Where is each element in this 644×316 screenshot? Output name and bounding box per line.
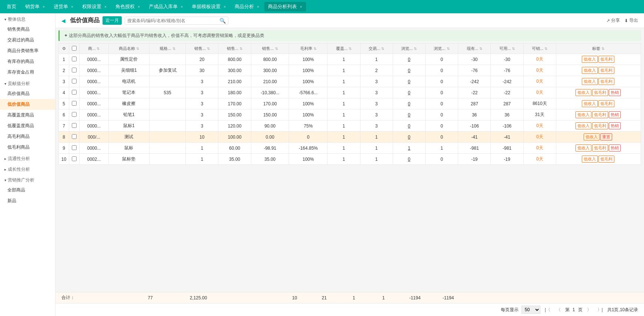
row-checkbox[interactable] xyxy=(69,76,80,87)
close-role-auth[interactable]: × xyxy=(138,4,140,9)
col-browse1-header[interactable]: 浏览... ⇅ xyxy=(393,44,425,54)
row-checkbox[interactable] xyxy=(69,98,80,109)
sidebar-item-new-products[interactable]: 新品 xyxy=(0,196,55,206)
col-gross-header[interactable]: 毛利率 ⇅ xyxy=(289,44,328,54)
prev-page-btn[interactable]: 〈 xyxy=(555,306,562,314)
close-product-analysis[interactable]: × xyxy=(257,4,259,9)
export-button[interactable]: ⬇ 导出 xyxy=(624,17,638,24)
sidebar-item-stock-capital[interactable]: 库存资金占用 xyxy=(0,67,55,78)
row-browse1[interactable]: 0 xyxy=(393,154,425,165)
row-checkbox[interactable] xyxy=(69,109,80,120)
sidebar-item-stock-products[interactable]: 有库存的商品 xyxy=(0,56,55,67)
nav-product-analysis-list[interactable]: 商品分析列表 × xyxy=(264,2,306,11)
nav-product-warehouse[interactable]: 产成品入库单 × xyxy=(145,2,187,11)
col-days-header[interactable]: 可销... ⇅ xyxy=(523,44,556,54)
row-check[interactable] xyxy=(72,57,77,61)
col-name-header[interactable]: 商品名称 ⇅ xyxy=(108,44,149,54)
sidebar-item-category-rate[interactable]: 商品分类销售率 xyxy=(0,45,55,56)
sidebar-group-marketing[interactable]: ▾ 营销推广分析 xyxy=(0,174,55,185)
row-browse1[interactable]: 1 xyxy=(393,143,425,154)
close-product-warehouse[interactable]: × xyxy=(181,4,183,9)
nav-sales-order[interactable]: 销货单 × xyxy=(21,2,48,11)
row-browse1[interactable]: 0 xyxy=(393,132,425,143)
nav-product-analysis[interactable]: 商品分析 × xyxy=(231,2,263,11)
row-browse1[interactable]: 0 xyxy=(393,109,425,120)
per-page-select[interactable]: 50 100 200 xyxy=(521,306,540,314)
last-page-btn[interactable]: 〉| xyxy=(596,306,604,314)
search-icon[interactable]: 🔍 xyxy=(219,18,226,24)
row-checkbox[interactable] xyxy=(69,54,80,65)
row-check[interactable] xyxy=(72,90,77,95)
select-all-checkbox[interactable] xyxy=(72,46,77,51)
row-checkbox[interactable] xyxy=(69,143,80,154)
row-check[interactable] xyxy=(72,68,77,72)
close-purchase-order[interactable]: × xyxy=(71,4,73,9)
first-page-btn[interactable]: |〈 xyxy=(543,306,552,314)
sidebar-collapse-btn[interactable]: ◀ xyxy=(61,18,66,24)
close-sales-order[interactable]: × xyxy=(43,4,45,9)
col-trade-header[interactable]: 交易... ⇅ xyxy=(360,44,393,54)
nav-role-auth[interactable]: 角色授权 × xyxy=(112,2,144,11)
browse1-link[interactable]: 0 xyxy=(408,157,410,162)
browse1-link[interactable]: 0 xyxy=(408,135,410,140)
row-check[interactable] xyxy=(72,79,77,84)
col-tags-header[interactable]: 标签 ⇅ xyxy=(556,44,641,54)
sidebar-group-contribution[interactable]: ▾ 贡献值分析 xyxy=(0,78,55,88)
row-browse1[interactable]: 0 xyxy=(393,120,425,132)
sidebar-item-low-coverage[interactable]: 低覆盖度商品 xyxy=(0,120,55,131)
browse1-link[interactable]: 0 xyxy=(408,90,410,95)
close-permission[interactable]: × xyxy=(104,4,107,9)
row-check[interactable] xyxy=(72,112,77,117)
col-settings[interactable]: ⚙ xyxy=(59,44,69,54)
sidebar-group-circulation[interactable]: ▸ 流通性分析 xyxy=(0,153,55,163)
browse1-link[interactable]: 0 xyxy=(408,123,410,129)
nav-home[interactable]: 首页 xyxy=(3,2,20,11)
sidebar-item-traded-products[interactable]: 交易过的商品 xyxy=(0,35,55,45)
close-product-analysis-list[interactable]: × xyxy=(300,4,302,9)
sidebar-item-high-coverage[interactable]: 高覆盖度商品 xyxy=(0,110,55,120)
nav-purchase-order[interactable]: 进货单 × xyxy=(50,2,77,11)
sidebar-item-high-gross[interactable]: 高毛利商品 xyxy=(0,131,55,142)
next-page-btn[interactable]: 〉 xyxy=(586,306,593,314)
row-browse1[interactable]: 0 xyxy=(393,87,425,98)
col-sale1-header[interactable]: 销售... ⇅ xyxy=(186,44,218,54)
col-avail-header[interactable]: 可用... ⇅ xyxy=(491,44,523,54)
browse1-link[interactable]: 0 xyxy=(408,57,410,62)
browse1-link[interactable]: 0 xyxy=(408,101,410,106)
col-stock-header[interactable]: 现有... ⇅ xyxy=(458,44,491,54)
period-button[interactable]: 近一月 xyxy=(103,16,122,25)
row-check[interactable] xyxy=(72,123,77,128)
share-button[interactable]: ↗ 分享 xyxy=(606,17,620,24)
nav-template-settings[interactable]: 单据模板设置 × xyxy=(188,2,229,11)
sidebar-item-low-value[interactable]: 低价值商品 xyxy=(0,99,55,110)
col-spec-header[interactable]: 规格... ⇅ xyxy=(150,44,186,54)
row-check[interactable] xyxy=(72,156,77,161)
browse1-link[interactable]: 0 xyxy=(408,79,410,84)
search-input[interactable] xyxy=(127,18,219,23)
row-checkbox[interactable] xyxy=(69,120,80,132)
browse1-link[interactable]: 0 xyxy=(408,68,410,73)
col-cover-header[interactable]: 覆盖... ⇅ xyxy=(328,44,360,54)
nav-permission-settings[interactable]: 权限设置 × xyxy=(78,2,110,11)
row-checkbox[interactable] xyxy=(69,132,80,143)
sidebar-item-sales-products[interactable]: 销售类商品 xyxy=(0,24,55,35)
row-checkbox[interactable] xyxy=(69,87,80,98)
row-checkbox[interactable] xyxy=(69,65,80,76)
row-browse1[interactable]: 0 xyxy=(393,76,425,87)
sidebar-group-growth[interactable]: ▸ 成长性分析 xyxy=(0,163,55,174)
close-template[interactable]: × xyxy=(224,4,226,9)
row-check[interactable] xyxy=(72,134,77,139)
sidebar-item-high-value[interactable]: 高价值商品 xyxy=(0,88,55,99)
browse1-link[interactable]: 0 xyxy=(408,112,410,118)
sidebar-item-all-products[interactable]: 全部商品 xyxy=(0,185,55,196)
sidebar-item-low-gross[interactable]: 低毛利商品 xyxy=(0,142,55,153)
row-check[interactable] xyxy=(72,145,77,150)
row-browse1[interactable]: 0 xyxy=(393,65,425,76)
col-sale2-header[interactable]: 销售... ⇅ xyxy=(218,44,251,54)
col-code-header[interactable]: 商... ⇅ xyxy=(80,44,109,54)
browse1-link[interactable]: 1 xyxy=(408,146,410,151)
row-browse1[interactable]: 0 xyxy=(393,54,425,65)
row-checkbox[interactable] xyxy=(69,154,80,165)
row-browse1[interactable]: 0 xyxy=(393,98,425,109)
row-check[interactable] xyxy=(72,101,77,106)
